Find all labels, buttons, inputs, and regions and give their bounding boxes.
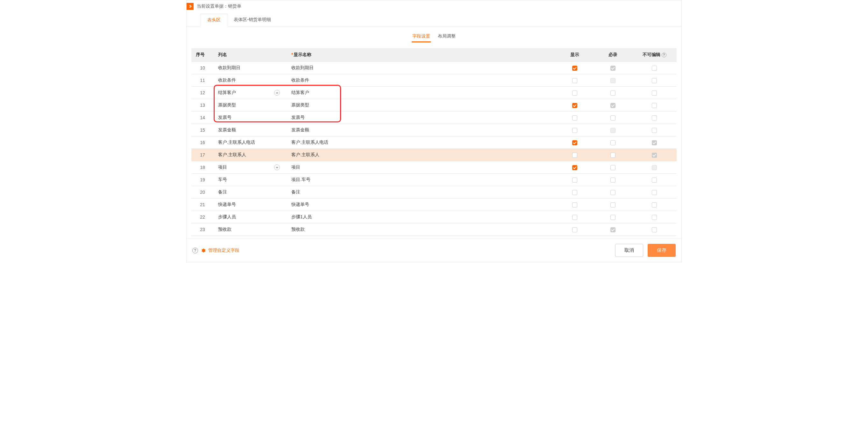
sub-tab-1[interactable]: 布局调整 — [437, 32, 456, 42]
manage-custom-fields-link[interactable]: 管理自定义字段 — [208, 248, 240, 253]
row-display-name[interactable]: 收款条件 — [287, 74, 556, 87]
row-seq: 18 — [191, 161, 214, 174]
table-row[interactable]: 14发票号发票号 — [191, 112, 677, 124]
col-display-name: *显示名称 — [287, 48, 556, 62]
help-icon[interactable]: ? — [192, 248, 198, 253]
table-row[interactable]: 21快递单号快递单号 — [191, 199, 677, 211]
row-display-name[interactable]: 票据类型 — [287, 99, 556, 112]
checkbox-required[interactable] — [611, 115, 616, 120]
col-show: 显示 — [556, 48, 594, 62]
checkbox-show[interactable] — [572, 128, 577, 133]
checkbox-noneditable — [652, 140, 657, 145]
checkbox-noneditable[interactable] — [652, 202, 657, 207]
row-name: 发票金额 — [214, 124, 287, 136]
checkbox-noneditable[interactable] — [652, 115, 657, 120]
tab-1[interactable]: 表体区-销货单明细 — [227, 14, 277, 26]
table-row[interactable]: 15发票金额发票金额 — [191, 124, 677, 136]
cancel-button[interactable]: 取消 — [615, 244, 643, 257]
sub-tabs: 字段设置布局调整 — [187, 32, 681, 42]
current-doc-label: 当前设置单据：销货单 — [197, 3, 241, 9]
table-row[interactable]: 23预收款预收款 — [191, 223, 677, 236]
help-icon[interactable]: ? — [662, 53, 666, 57]
checkbox-noneditable[interactable] — [652, 128, 657, 133]
row-display-name[interactable]: 客户.主联系人 — [287, 149, 556, 161]
checkbox-required[interactable] — [611, 190, 616, 195]
table-row[interactable]: 16客户.主联系人电话客户.主联系人电话 — [191, 136, 677, 149]
checkbox-show[interactable] — [572, 140, 577, 145]
checkbox-required — [611, 103, 616, 108]
checkbox-show[interactable] — [572, 190, 577, 195]
checkbox-noneditable[interactable] — [652, 90, 657, 96]
row-display-name[interactable]: 收款到期日 — [287, 62, 556, 74]
checkbox-show[interactable] — [572, 177, 577, 182]
checkbox-show[interactable] — [572, 115, 577, 120]
checkbox-noneditable — [652, 165, 657, 170]
field-settings-table: 序号 列名 *显示名称 显示 必录 不可编辑? 10收款到期日收款到期日11收款… — [191, 48, 677, 236]
table-row[interactable]: 13票据类型票据类型 — [191, 99, 677, 112]
row-display-name[interactable]: 发票金额 — [287, 124, 556, 136]
table-row[interactable]: 20备注备注 — [191, 186, 677, 199]
checkbox-noneditable[interactable] — [652, 227, 657, 232]
checkbox-show[interactable] — [572, 202, 577, 207]
checkbox-required — [611, 66, 616, 71]
row-display-name[interactable]: 结算客户 — [287, 87, 556, 99]
checkbox-required — [611, 78, 616, 83]
row-seq: 13 — [191, 99, 214, 112]
row-name: 发票号 — [214, 112, 287, 124]
checkbox-required[interactable] — [611, 140, 616, 145]
row-display-name[interactable]: 发票号 — [287, 112, 556, 124]
checkbox-show[interactable] — [572, 153, 577, 158]
row-seq: 10 — [191, 62, 214, 74]
table-row[interactable]: 12结算客户+结算客户 — [191, 87, 677, 99]
row-name: 票据类型 — [214, 99, 287, 112]
checkbox-required[interactable] — [611, 153, 616, 158]
plus-icon[interactable]: + — [274, 90, 280, 96]
checkbox-noneditable — [652, 153, 657, 158]
checkbox-required[interactable] — [611, 90, 616, 96]
row-display-name[interactable]: 项目 — [287, 161, 556, 174]
checkbox-show[interactable] — [572, 103, 577, 108]
checkbox-show[interactable] — [572, 215, 577, 220]
table-row[interactable]: 11收款条件收款条件 — [191, 74, 677, 87]
checkbox-show[interactable] — [572, 165, 577, 170]
checkbox-show[interactable] — [572, 90, 577, 96]
table-row[interactable]: 18项目+项目 — [191, 161, 677, 174]
row-seq: 20 — [191, 186, 214, 199]
table-row[interactable]: 17客户.主联系人客户.主联系人 — [191, 149, 677, 161]
row-name: 快递单号 — [214, 199, 287, 211]
table-row[interactable]: 22步骤人员步骤1人员 — [191, 211, 677, 223]
row-display-name[interactable]: 客户.主联系人电话 — [287, 136, 556, 149]
checkbox-required[interactable] — [611, 215, 616, 220]
checkbox-required — [611, 128, 616, 133]
row-name: 客户.主联系人电话 — [214, 136, 287, 149]
col-name: 列名 — [214, 48, 287, 62]
checkbox-noneditable[interactable] — [652, 190, 657, 195]
row-display-name[interactable]: 项目.车号 — [287, 174, 556, 186]
row-display-name[interactable]: 备注 — [287, 186, 556, 199]
checkbox-noneditable[interactable] — [652, 215, 657, 220]
tab-0[interactable]: 表头区 — [200, 14, 227, 26]
plus-icon[interactable]: + — [274, 165, 280, 170]
checkbox-show[interactable] — [572, 78, 577, 83]
row-name: 备注 — [214, 186, 287, 199]
row-display-name[interactable]: 步骤1人员 — [287, 211, 556, 223]
checkbox-noneditable[interactable] — [652, 177, 657, 182]
row-display-name[interactable]: 快递单号 — [287, 199, 556, 211]
checkbox-required[interactable] — [611, 202, 616, 207]
row-name: 车号 — [214, 174, 287, 186]
checkbox-noneditable[interactable] — [652, 103, 657, 108]
row-seq: 11 — [191, 74, 214, 87]
checkbox-noneditable[interactable] — [652, 66, 657, 71]
checkbox-show[interactable] — [572, 66, 577, 71]
row-display-name[interactable]: 预收款 — [287, 223, 556, 236]
sub-tab-0[interactable]: 字段设置 — [412, 32, 431, 42]
checkbox-show[interactable] — [572, 227, 577, 232]
table-row[interactable]: 10收款到期日收款到期日 — [191, 62, 677, 74]
save-button[interactable]: 保存 — [648, 244, 676, 257]
checkbox-required[interactable] — [611, 177, 616, 182]
checkbox-required[interactable] — [611, 165, 616, 170]
checkbox-noneditable[interactable] — [652, 78, 657, 83]
row-seq: 12 — [191, 87, 214, 99]
expand-sidebar-icon[interactable] — [187, 3, 194, 10]
table-row[interactable]: 19车号项目.车号 — [191, 174, 677, 186]
